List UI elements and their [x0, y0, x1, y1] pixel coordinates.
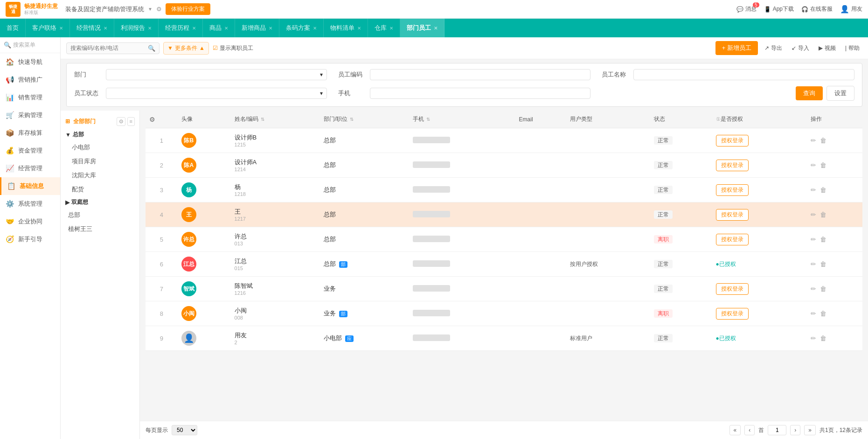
- edit-icon[interactable]: ✏: [811, 161, 816, 169]
- auth-login-button[interactable]: 授权登录: [716, 184, 749, 196]
- auth-login-button[interactable]: 授权登录: [716, 209, 749, 221]
- search-field[interactable]: 🔍: [66, 42, 160, 54]
- dept-collapse-btn[interactable]: ⊙: [117, 117, 125, 126]
- tab-business[interactable]: 经营情况 ✕: [70, 19, 114, 37]
- user-menu[interactable]: 👤 用友: [840, 5, 862, 14]
- edit-icon[interactable]: ✏: [811, 137, 816, 144]
- delete-icon[interactable]: 🗑: [820, 334, 826, 342]
- per-page-select[interactable]: 50 100: [172, 425, 197, 435]
- show-resigned-toggle[interactable]: ☑ 显示离职员工: [213, 44, 253, 52]
- add-employee-button[interactable]: + 新增员工: [715, 41, 758, 55]
- delete-icon[interactable]: 🗑: [820, 310, 826, 317]
- app-download-button[interactable]: 📱 App下载: [764, 5, 794, 13]
- reset-button[interactable]: 设置: [826, 86, 854, 101]
- close-icon[interactable]: ✕: [148, 26, 152, 31]
- settings-icon[interactable]: ⚙: [156, 6, 162, 13]
- dept-item-xiaodian[interactable]: 小电部: [61, 140, 139, 154]
- close-icon[interactable]: ✕: [313, 26, 317, 31]
- sidebar-search[interactable]: 🔍 搜索菜单: [0, 37, 60, 53]
- auth-login-button[interactable]: 授权登录: [716, 135, 749, 146]
- help-button[interactable]: | 帮助: [842, 42, 862, 54]
- sidebar-item-system[interactable]: ⚙️ 系统管理: [0, 195, 60, 213]
- col-phone[interactable]: 手机 ⇅: [409, 111, 515, 128]
- search-input[interactable]: [70, 45, 146, 51]
- edit-icon[interactable]: ✏: [811, 285, 816, 293]
- close-icon[interactable]: ✕: [389, 26, 393, 31]
- delete-icon[interactable]: 🗑: [820, 161, 826, 169]
- tab-add-goods[interactable]: 新增商品 ✕: [235, 19, 279, 37]
- close-icon[interactable]: ✕: [192, 26, 196, 31]
- sidebar-item-finance[interactable]: 💰 资金管理: [0, 142, 60, 160]
- tab-profit[interactable]: 利润报告 ✕: [114, 19, 159, 37]
- edit-icon[interactable]: ✏: [811, 310, 816, 317]
- tab-warehouse[interactable]: 仓库 ✕: [368, 19, 400, 37]
- emp-status-select[interactable]: ▾: [106, 88, 327, 99]
- delete-icon[interactable]: 🗑: [820, 137, 826, 144]
- phone-input[interactable]: [370, 88, 591, 99]
- sidebar-item-guide[interactable]: 🧭 新手引导: [0, 230, 60, 248]
- delete-icon[interactable]: 🗑: [820, 260, 826, 268]
- sidebar-item-basic-info[interactable]: 📋 基础信息: [0, 177, 60, 195]
- page-input[interactable]: [768, 425, 786, 435]
- online-service-button[interactable]: 🎧 在线客服: [801, 5, 833, 13]
- tab-bom[interactable]: 物料清单 ✕: [324, 19, 368, 37]
- emp-code-input[interactable]: [370, 69, 591, 80]
- more-filter-button[interactable]: ▼ 更多条件 ▲: [163, 42, 209, 55]
- sidebar-item-operation[interactable]: 📈 经营管理: [0, 160, 60, 177]
- tab-customer[interactable]: 客户联络 ✕: [26, 19, 70, 37]
- tab-goods[interactable]: 商品 ✕: [203, 19, 235, 37]
- emp-name-input[interactable]: [633, 69, 854, 80]
- sidebar-item-purchase[interactable]: 🛒 采购管理: [0, 106, 60, 124]
- col-dept[interactable]: 部门/职位 ⇅: [320, 111, 409, 128]
- delete-icon[interactable]: 🗑: [820, 211, 826, 218]
- trial-button[interactable]: 体验行业方案: [166, 3, 210, 15]
- dept-group-shuangting[interactable]: ▶ 双庭想: [61, 196, 139, 208]
- dept-item-zongbu[interactable]: 总部: [61, 208, 139, 222]
- close-icon[interactable]: ✕: [224, 26, 228, 31]
- dept-item-peihuo[interactable]: 配货: [61, 182, 139, 196]
- close-icon[interactable]: ✕: [357, 26, 361, 31]
- edit-icon[interactable]: ✏: [811, 334, 816, 342]
- edit-icon[interactable]: ✏: [811, 211, 816, 218]
- first-page-button[interactable]: «: [729, 425, 741, 435]
- tab-barcode[interactable]: 条码方案 ✕: [279, 19, 324, 37]
- dept-toggle-btn[interactable]: ≡: [127, 117, 135, 126]
- auth-login-button[interactable]: 授权登录: [716, 234, 749, 245]
- close-icon[interactable]: ✕: [59, 26, 63, 31]
- dept-item-shenyang[interactable]: 沈阳大库: [61, 168, 139, 182]
- delete-icon[interactable]: 🗑: [820, 236, 826, 243]
- tab-department[interactable]: 部门员工 ✕: [400, 19, 444, 37]
- edit-icon[interactable]: ✏: [811, 186, 816, 194]
- next-page-button[interactable]: ›: [790, 425, 800, 435]
- sidebar-item-inventory[interactable]: 📦 库存核算: [0, 124, 60, 142]
- close-icon[interactable]: ✕: [104, 26, 107, 31]
- sidebar-item-quicknav[interactable]: 🏠 快速导航: [0, 53, 60, 71]
- auth-login-button[interactable]: 授权登录: [716, 160, 749, 171]
- dept-group-zongbu[interactable]: ▼ 总部: [61, 129, 139, 140]
- dept-header[interactable]: ⊞ 全部部门 ⊙ ≡: [61, 114, 139, 129]
- last-page-button[interactable]: »: [804, 425, 816, 435]
- message-button[interactable]: 💬 消息 5: [736, 5, 757, 13]
- dept-filter-select[interactable]: ▾: [106, 69, 327, 80]
- system-dropdown-arrow[interactable]: ▼: [148, 7, 153, 12]
- sidebar-item-marketing[interactable]: 📢 营销推广: [0, 71, 60, 89]
- edit-icon[interactable]: ✏: [811, 260, 816, 268]
- prev-page-button[interactable]: ‹: [744, 425, 755, 435]
- export-button[interactable]: ↗ 导出: [762, 42, 785, 54]
- video-button[interactable]: ▶ 视频: [816, 42, 839, 54]
- delete-icon[interactable]: 🗑: [820, 186, 826, 194]
- tab-history[interactable]: 经营历程 ✕: [159, 19, 203, 37]
- sidebar-item-collab[interactable]: 🤝 企业协同: [0, 213, 60, 230]
- auth-login-button[interactable]: 授权登录: [716, 308, 749, 320]
- dept-item-project[interactable]: 项目库房: [61, 154, 139, 168]
- query-button[interactable]: 查询: [796, 86, 823, 100]
- edit-icon[interactable]: ✏: [811, 236, 816, 243]
- auth-login-button[interactable]: 授权登录: [716, 283, 749, 295]
- delete-icon[interactable]: 🗑: [820, 285, 826, 293]
- col-settings[interactable]: ⚙: [146, 111, 178, 128]
- close-icon[interactable]: ✕: [434, 26, 437, 31]
- sidebar-item-sales[interactable]: 📊 销售管理: [0, 89, 60, 106]
- col-name[interactable]: 姓名/编码 ⇅: [231, 111, 320, 128]
- tab-home[interactable]: 首页: [0, 19, 26, 37]
- dept-item-zhishu[interactable]: 植树王三: [61, 222, 139, 236]
